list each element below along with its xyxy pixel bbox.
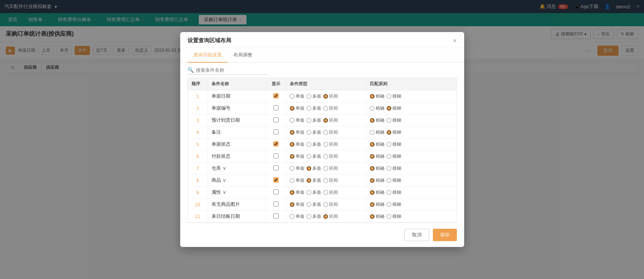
match-radio-item[interactable]: 模糊 <box>387 117 401 123</box>
display-checkbox[interactable] <box>273 141 278 146</box>
cell-display[interactable] <box>266 138 286 150</box>
type-radio-item[interactable]: 区间 <box>323 141 338 148</box>
type-radio-item[interactable]: 区间 <box>323 153 338 160</box>
type-radio-item[interactable]: 多值 <box>307 177 321 184</box>
dialog-header: 设置查询区域布局 × <box>180 32 464 48</box>
type-radio-item[interactable]: 多值 <box>307 93 321 99</box>
cell-display[interactable] <box>266 90 286 102</box>
match-radio-item[interactable]: 模糊 <box>387 177 401 184</box>
cell-display[interactable] <box>266 199 286 211</box>
type-radio-item[interactable]: 单值 <box>290 129 304 135</box>
type-radio-item[interactable]: 多值 <box>307 189 321 196</box>
match-radio-item[interactable]: 精确 <box>370 165 384 172</box>
match-radio-item[interactable]: 模糊 <box>387 189 401 196</box>
type-radio-item[interactable]: 多值 <box>307 201 321 208</box>
match-radio-item[interactable]: 精确 <box>370 213 384 220</box>
type-radio-item[interactable]: 多值 <box>307 117 321 123</box>
cell-match: 精确模糊 <box>366 174 457 186</box>
save-button[interactable]: 保存 <box>433 229 457 241</box>
match-radio-item[interactable]: 模糊 <box>387 165 401 172</box>
type-radio-item[interactable]: 多值 <box>307 129 321 135</box>
cell-name: 付款状态 <box>208 150 266 162</box>
type-radio-item[interactable]: 区间 <box>323 105 338 111</box>
type-radio-item[interactable]: 单值 <box>290 213 304 220</box>
match-radio-item[interactable]: 精确 <box>370 141 384 148</box>
match-radio-item[interactable]: 模糊 <box>387 213 401 220</box>
display-checkbox[interactable] <box>273 129 278 134</box>
display-checkbox[interactable] <box>273 201 278 207</box>
match-radio-item[interactable]: 精确 <box>370 117 384 123</box>
cell-display[interactable] <box>266 174 286 186</box>
display-checkbox[interactable] <box>273 189 278 194</box>
type-radio-item[interactable]: 区间 <box>323 201 338 208</box>
match-radio-item[interactable]: 模糊 <box>387 105 401 111</box>
dialog-close-btn[interactable]: × <box>453 38 457 44</box>
tab-query-fields[interactable]: 查询字段设置 <box>187 48 228 63</box>
match-radio-item[interactable]: 精确 <box>370 201 384 208</box>
th-name: 条件名称 <box>208 78 266 90</box>
type-radio-item[interactable]: 区间 <box>323 93 338 99</box>
cell-match: 精确模糊 <box>366 102 457 114</box>
match-radio-item[interactable]: 模糊 <box>387 93 401 99</box>
type-radio-item[interactable]: 单值 <box>290 201 304 208</box>
cell-type: 单值多值区间 <box>286 174 366 186</box>
tab-layout[interactable]: 布局调整 <box>228 48 258 63</box>
type-radio-item[interactable]: 单值 <box>290 177 304 184</box>
display-checkbox[interactable] <box>273 153 278 158</box>
type-radio-item[interactable]: 多值 <box>307 165 321 172</box>
match-radio-item[interactable]: 模糊 <box>387 141 401 148</box>
cell-match: 精确模糊 <box>366 199 457 211</box>
search-box: 🔍 <box>187 67 268 75</box>
match-radio-item[interactable]: 精确 <box>370 93 384 99</box>
type-radio-item[interactable]: 多值 <box>307 153 321 160</box>
match-radio-item[interactable]: 模糊 <box>387 153 401 160</box>
table-row: 4备注单值多值区间精确模糊 <box>188 126 457 138</box>
type-radio-item[interactable]: 多值 <box>307 141 321 148</box>
type-radio-item[interactable]: 单值 <box>290 93 304 99</box>
table-row: 2单据编号单值多值区间精确模糊 <box>188 102 457 114</box>
cell-order: 7 <box>188 162 208 174</box>
cell-display[interactable] <box>266 186 286 199</box>
type-radio-item[interactable]: 单值 <box>290 105 304 111</box>
match-radio-item[interactable]: 精确 <box>370 153 384 160</box>
type-radio-item[interactable]: 多值 <box>307 213 321 220</box>
display-checkbox[interactable] <box>273 93 278 98</box>
type-radio-item[interactable]: 单值 <box>290 153 304 160</box>
cell-display[interactable] <box>266 150 286 162</box>
display-checkbox[interactable] <box>273 105 278 110</box>
type-radio-item[interactable]: 单值 <box>290 189 304 196</box>
cell-display[interactable] <box>266 102 286 114</box>
type-radio-item[interactable]: 单值 <box>290 141 304 148</box>
type-radio-item[interactable]: 区间 <box>323 213 338 220</box>
cell-type: 单值多值区间 <box>286 114 366 126</box>
cell-display[interactable] <box>266 114 286 126</box>
type-radio-item[interactable]: 区间 <box>323 117 338 123</box>
type-radio-item[interactable]: 区间 <box>323 165 338 172</box>
type-radio-item[interactable]: 单值 <box>290 117 304 123</box>
match-radio-item[interactable]: 精确 <box>370 177 384 184</box>
cell-name: 有无商品图片 <box>208 199 266 211</box>
display-checkbox[interactable] <box>273 213 278 219</box>
cell-display[interactable] <box>266 126 286 138</box>
cell-name: 商品 ∨ <box>208 174 266 186</box>
type-radio-item[interactable]: 区间 <box>323 129 338 135</box>
dialog-overlay: 设置查询区域布局 × 查询字段设置 布局调整 🔍 顺序 条件名称 <box>0 0 644 279</box>
match-radio-item[interactable]: 模糊 <box>387 201 401 208</box>
cell-name: 来日结账日期 <box>208 211 266 223</box>
type-radio-item[interactable]: 单值 <box>290 165 304 172</box>
cell-display[interactable] <box>266 211 286 223</box>
display-checkbox[interactable] <box>273 177 278 182</box>
table-row: 7仓库 ∨单值多值区间精确模糊 <box>188 162 457 174</box>
match-radio-item[interactable]: 精确 <box>370 129 384 135</box>
type-radio-item[interactable]: 多值 <box>307 105 321 111</box>
match-radio-item[interactable]: 模糊 <box>387 129 401 135</box>
display-checkbox[interactable] <box>273 165 278 170</box>
type-radio-item[interactable]: 区间 <box>323 189 338 196</box>
match-radio-item[interactable]: 精确 <box>370 189 384 196</box>
match-radio-item[interactable]: 精确 <box>370 105 384 111</box>
cancel-button[interactable]: 取消 <box>404 229 429 241</box>
display-checkbox[interactable] <box>273 117 278 122</box>
type-radio-item[interactable]: 区间 <box>323 177 338 184</box>
cell-display[interactable] <box>266 162 286 174</box>
search-input[interactable] <box>196 67 268 73</box>
